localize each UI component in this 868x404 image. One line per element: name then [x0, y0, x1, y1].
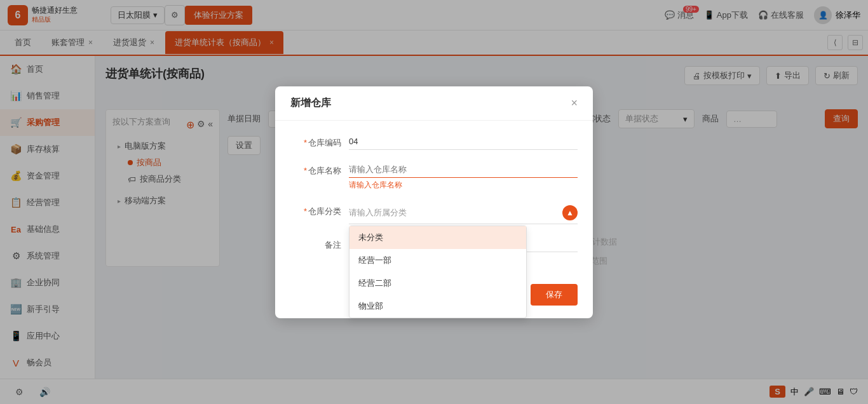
warehouse-name-input[interactable]: [349, 161, 578, 178]
modal-title: 新增仓库: [290, 97, 331, 110]
warehouse-category-label: 仓库分类: [290, 202, 341, 217]
dropdown-item-2[interactable]: 经营二部: [349, 272, 526, 295]
warehouse-category-field: 请输入所属分类 ▲ 未分类 经营一部 经营二部 物业部: [349, 202, 578, 224]
warehouse-name-field: 请输入仓库名称: [349, 161, 578, 191]
modal-header: 新增仓库 ×: [275, 86, 593, 121]
warehouse-category-row: 仓库分类 请输入所属分类 ▲ 未分类 经营一部 经营二部 物业部: [290, 202, 578, 224]
warehouse-code-field: [349, 133, 578, 150]
warehouse-name-label: 仓库名称: [290, 161, 341, 177]
dropdown-item-3[interactable]: 物业部: [349, 295, 526, 318]
category-dropdown: 未分类 经营一部 经营二部 物业部: [349, 226, 527, 318]
warehouse-name-error: 请输入仓库名称: [349, 180, 578, 191]
new-warehouse-modal: 新增仓库 × 仓库编码 仓库名称 请输入仓库名称 仓库分类: [275, 86, 593, 318]
warehouse-code-label: 仓库编码: [290, 133, 341, 149]
modal-body: 仓库编码 仓库名称 请输入仓库名称 仓库分类 请输入所属分类: [275, 121, 593, 276]
dropdown-item-0[interactable]: 未分类: [349, 226, 526, 249]
modal-close-button[interactable]: ×: [571, 97, 578, 110]
category-arrow-icon: ▲: [562, 205, 578, 220]
dropdown-item-1[interactable]: 经营一部: [349, 249, 526, 272]
modal-overlay[interactable]: 新增仓库 × 仓库编码 仓库名称 请输入仓库名称 仓库分类: [0, 0, 868, 404]
category-placeholder: 请输入所属分类: [349, 207, 407, 219]
save-button[interactable]: 保存: [531, 284, 578, 306]
warehouse-code-row: 仓库编码: [290, 133, 578, 150]
warehouse-code-input[interactable]: [349, 133, 578, 150]
warehouse-category-select[interactable]: 请输入所属分类 ▲: [349, 202, 578, 224]
warehouse-note-label: 备注: [290, 236, 341, 251]
warehouse-name-row: 仓库名称 请输入仓库名称: [290, 161, 578, 191]
